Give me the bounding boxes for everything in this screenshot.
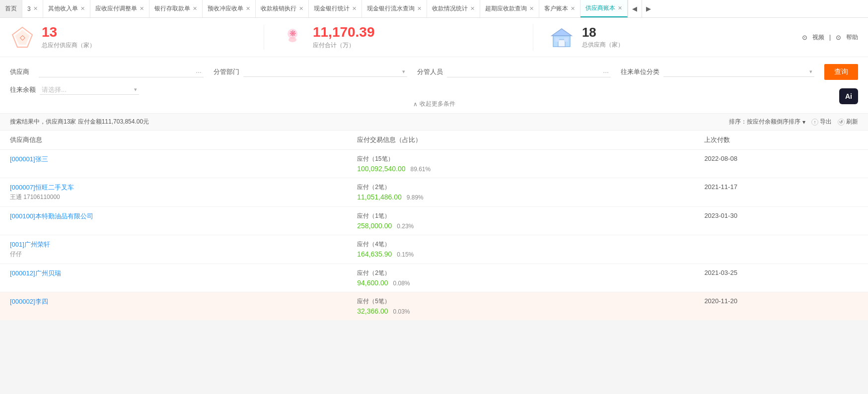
supplier-input-wrapper: ··· bbox=[39, 67, 204, 77]
person-input[interactable] bbox=[449, 68, 601, 75]
nav-tab-supplier-ledger-close[interactable]: ✕ bbox=[618, 5, 622, 11]
dept-input[interactable] bbox=[245, 68, 402, 75]
nav-tab-payment-exec-label: 收款核销执行 bbox=[261, 4, 296, 13]
search-row-1: 供应商 ··· 分管部门 ▾ 分管人员 ··· 往来单位分类 bbox=[10, 64, 858, 80]
refresh-label: 刷新 bbox=[846, 118, 858, 126]
grain-icon: ❋ bbox=[279, 24, 306, 51]
col-header-transactions: 应付交易信息（占比） bbox=[347, 131, 694, 150]
search-field-supplier: 供应商 ··· bbox=[10, 67, 204, 77]
nav-arrow-left[interactable]: ◀ bbox=[628, 0, 642, 17]
search-field-unit-class: 往来单位分类 ▾ bbox=[621, 67, 814, 77]
table-cell-supplier: [000100]本特勤油品有限公司 bbox=[0, 207, 347, 235]
ai-badge[interactable]: Ai bbox=[839, 88, 858, 104]
nav-tab-payment-exec[interactable]: 收款核销执行 ✕ bbox=[256, 0, 309, 17]
sort-btn[interactable]: 排序：按应付余额倒序排序 ▾ bbox=[729, 118, 805, 126]
search-area: 供应商 ··· 分管部门 ▾ 分管人员 ··· 往来单位分类 bbox=[0, 57, 868, 114]
nav-tab-cash-bank-flow[interactable]: 现金银行流水查询 ✕ bbox=[362, 0, 427, 17]
unit-class-dropdown-icon[interactable]: ▾ bbox=[809, 68, 812, 75]
stat-ap-total: ❋ 11,170.39 应付合计（万） bbox=[279, 24, 533, 51]
chevron-up-icon: ∧ bbox=[413, 101, 418, 108]
nav-tab-cash-bank-stat[interactable]: 现金银行统计 ✕ bbox=[309, 0, 362, 17]
nav-tab-other-income[interactable]: 其他收入单 ✕ bbox=[43, 0, 90, 17]
collapse-btn[interactable]: ∧ 收起更多条件 bbox=[413, 100, 455, 108]
table-cell-transactions: 应付（1笔）258,000.000.23% bbox=[347, 207, 694, 235]
help-link[interactable]: 帮助 bbox=[846, 33, 858, 42]
nav-tab-cash-bank-stat-close[interactable]: ✕ bbox=[352, 5, 357, 12]
nav-tab-ar-ap-adjust[interactable]: 应收应付调整单 ✕ bbox=[90, 0, 149, 17]
refresh-btn[interactable]: ↺ 刷新 bbox=[838, 118, 858, 126]
nav-tab-cash-bank-flow-close[interactable]: ✕ bbox=[417, 5, 422, 12]
stat-ap-suppliers: ◇ 13 总应付供应商（家） bbox=[10, 25, 264, 50]
nav-tab-customer-ledger[interactable]: 客户账本 ✕ bbox=[539, 0, 580, 17]
dept-dropdown-icon[interactable]: ▾ bbox=[402, 68, 405, 75]
sort-dropdown-icon: ▾ bbox=[802, 119, 805, 126]
right-tools: 排序：按应付余额倒序排序 ▾ ↑ 导出 ↺ 刷新 bbox=[729, 118, 858, 126]
supplier-link[interactable]: [000100]本特勤油品有限公司 bbox=[10, 212, 93, 220]
pay-amount-row: 164,635.900.15% bbox=[357, 250, 684, 258]
pay-percent-value: 0.23% bbox=[397, 223, 414, 230]
help-icon: ⊙ bbox=[836, 34, 841, 41]
pay-amount-value: 11,051,486.00 bbox=[357, 193, 402, 201]
pay-amount-row: 32,366.000.03% bbox=[357, 307, 684, 315]
supplier-link[interactable]: [001]广州荣轩 bbox=[10, 241, 50, 248]
pay-percent-value: 0.03% bbox=[393, 308, 410, 315]
table-cell-transactions: 应付（4笔）164,635.900.15% bbox=[347, 235, 694, 264]
supplier-dots-btn[interactable]: ··· bbox=[196, 68, 202, 76]
table-cell-supplier: [000001]张三 bbox=[0, 150, 347, 178]
balance-label: 往来余额 bbox=[10, 85, 36, 94]
table-cell-last-pay: 2023-01-30 bbox=[694, 207, 868, 235]
nav-tab-bank-deposit[interactable]: 银行存取款单 ✕ bbox=[149, 0, 203, 17]
export-btn[interactable]: ↑ 导出 bbox=[811, 118, 832, 126]
balance-dropdown-icon[interactable]: ▾ bbox=[134, 86, 137, 93]
table-cell-last-pay bbox=[694, 235, 868, 264]
nav-tab-3-close[interactable]: ✕ bbox=[33, 5, 38, 12]
table-cell-last-pay: 2021-11-17 bbox=[694, 178, 868, 207]
video-icon: ⊙ bbox=[802, 34, 807, 41]
nav-tab-prepay-close[interactable]: ✕ bbox=[246, 5, 250, 12]
table-row: [000100]本特勤油品有限公司应付（1笔）258,000.000.23%20… bbox=[0, 207, 868, 235]
export-icon: ↑ bbox=[811, 119, 818, 126]
pay-amount-value: 100,092,540.00 bbox=[357, 165, 405, 173]
nav-tab-other-income-close[interactable]: ✕ bbox=[80, 5, 85, 12]
pay-count-label: 应付（4笔） bbox=[357, 240, 684, 249]
nav-tab-ar-ap-adjust-label: 应收应付调整单 bbox=[95, 4, 137, 13]
nav-tab-overdue-close[interactable]: ✕ bbox=[529, 5, 534, 12]
nav-tab-payment-exec-close[interactable]: ✕ bbox=[299, 5, 303, 12]
pay-amount-value: 164,635.90 bbox=[357, 250, 392, 258]
nav-tab-supplier-ledger[interactable]: 供应商账本 ✕ bbox=[580, 0, 628, 17]
supplier-input[interactable] bbox=[41, 68, 194, 75]
nav-tab-prepay[interactable]: 预收冲应收单 ✕ bbox=[203, 0, 256, 17]
person-input-wrapper: ··· bbox=[447, 67, 611, 77]
supplier-link[interactable]: [000002]李四 bbox=[10, 298, 48, 305]
supplier-link[interactable]: [000001]张三 bbox=[10, 155, 48, 163]
nav-tab-bank-deposit-close[interactable]: ✕ bbox=[193, 5, 197, 12]
supplier-link[interactable]: [000007]恒旺二手叉车 bbox=[10, 184, 74, 191]
table-row: [000007]恒旺二手叉车王通 17106110000应付（2笔）11,051… bbox=[0, 178, 868, 207]
nav-tab-ar-ap-adjust-close[interactable]: ✕ bbox=[140, 5, 144, 12]
query-button[interactable]: 查询 bbox=[824, 64, 858, 80]
nav-tab-other-income-label: 其他收入单 bbox=[48, 4, 78, 13]
balance-input[interactable] bbox=[42, 86, 134, 93]
nav-arrow-right[interactable]: ▶ bbox=[642, 0, 655, 17]
table-row: [000002]李四应付（5笔）32,366.000.03%2020-11-20 bbox=[0, 292, 868, 321]
nav-tab-overdue[interactable]: 超期应收款查询 ✕ bbox=[480, 0, 539, 17]
pay-percent-value: 9.89% bbox=[407, 194, 424, 201]
search-field-person: 分管人员 ··· bbox=[417, 67, 611, 77]
supplier-link[interactable]: [000012]广州贝瑞 bbox=[10, 269, 61, 277]
nav-tab-payment-stat-label: 收款情况统计 bbox=[432, 4, 468, 13]
nav-tab-home[interactable]: 首页 bbox=[0, 0, 22, 17]
stat-ap-suppliers-number: 13 bbox=[42, 25, 95, 39]
person-label: 分管人员 bbox=[417, 67, 443, 76]
video-link[interactable]: 视频 bbox=[812, 33, 824, 42]
table-cell-transactions: 应付（2笔）94,600.000.08% bbox=[347, 264, 694, 292]
stat-total-suppliers-number: 18 bbox=[582, 26, 624, 39]
pay-amount-row: 258,000.000.23% bbox=[357, 222, 684, 230]
nav-tab-payment-stat[interactable]: 收款情况统计 ✕ bbox=[427, 0, 480, 17]
nav-tab-3[interactable]: 3 ✕ bbox=[22, 0, 43, 17]
person-dots-btn[interactable]: ··· bbox=[603, 68, 609, 76]
unit-class-input[interactable] bbox=[665, 68, 809, 75]
top-navigation: 首页 3 ✕ 其他收入单 ✕ 应收应付调整单 ✕ 银行存取款单 ✕ 预收冲应收单… bbox=[0, 0, 868, 18]
nav-tab-customer-ledger-close[interactable]: ✕ bbox=[571, 5, 575, 12]
nav-tab-prepay-label: 预收冲应收单 bbox=[208, 4, 243, 13]
nav-tab-payment-stat-close[interactable]: ✕ bbox=[470, 5, 475, 12]
